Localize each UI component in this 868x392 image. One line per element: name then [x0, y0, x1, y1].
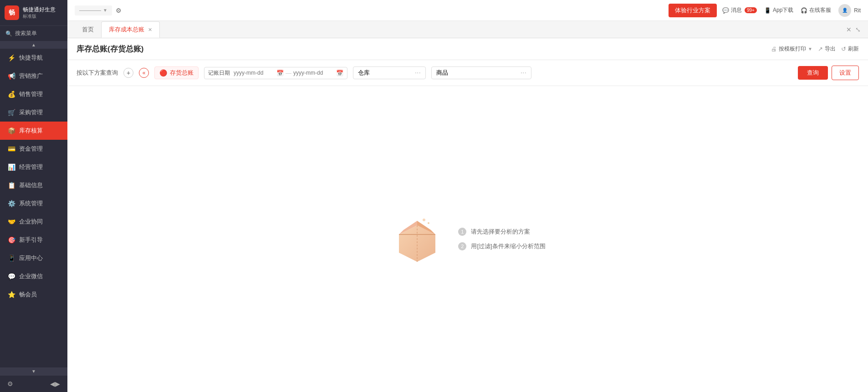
content-area: 库存总账(存货总账) 🖨 按模板打印 ▼ ↗ 导出 ↺ 刷新 按以下方案查询: [67, 38, 868, 392]
print-icon: 🖨: [771, 46, 777, 52]
warehouse-more-icon[interactable]: ···: [415, 69, 421, 77]
sidebar-item-operation[interactable]: 📊 经营管理: [0, 158, 67, 176]
warehouse-filter[interactable]: 仓库 ···: [353, 66, 426, 79]
main-panel: ———— ▼ ⚙ 体验行业方案 💬 消息 99+ 📱 App下载 🎧 在线客服 …: [67, 0, 868, 392]
empty-tip-2-text: 用[过滤]条件来缩小分析范围: [471, 242, 545, 250]
sidebar-item-system[interactable]: ⚙️ 系统管理: [0, 194, 67, 213]
export-icon: ↗: [818, 46, 823, 52]
empty-tip-2: 2 用[过滤]条件来缩小分析范围: [458, 242, 545, 250]
print-template-button[interactable]: 🖨 按模板打印 ▼: [771, 45, 812, 53]
guide-icon: 🎯: [7, 236, 15, 244]
app-download-action[interactable]: 📱 App下载: [764, 6, 793, 14]
app-logo: 畅 畅捷通好生意 标准版: [0, 0, 67, 26]
user-profile[interactable]: 👤 Rit: [838, 4, 861, 17]
sidebar-item-label: 资金管理: [19, 145, 43, 153]
panel-close-area: ✕ ⤡: [846, 26, 868, 33]
warehouse-label: 仓库: [358, 69, 370, 77]
online-service-action[interactable]: 🎧 在线客服: [801, 6, 831, 14]
sales-icon: 💰: [7, 91, 15, 98]
tab-inventory-cost-label: 库存成本总账: [109, 25, 144, 34]
print-dropdown-icon[interactable]: ▼: [808, 46, 812, 51]
calendar-start-icon[interactable]: 📅: [276, 70, 284, 76]
sidebar-search[interactable]: 🔍 搜索菜单: [0, 26, 67, 41]
wechat-icon: 💬: [7, 273, 15, 280]
scheme-icon: 🔴: [159, 69, 167, 76]
query-button[interactable]: 查询: [798, 66, 828, 80]
scroll-up-btn[interactable]: ▲: [0, 41, 67, 49]
date-label: 记账日期: [208, 69, 230, 77]
audio-icon[interactable]: ◀▶: [50, 380, 60, 387]
empty-tip-1-text: 请先选择要分析的方案: [471, 228, 530, 236]
page-actions: 🖨 按模板打印 ▼ ↗ 导出 ↺ 刷新: [771, 45, 859, 53]
username: Rit: [854, 7, 861, 14]
online-service-label: 在线客服: [809, 6, 831, 14]
avatar: 👤: [838, 4, 851, 17]
sidebar-nav: ⚡ 快捷导航 📢 营销推广 💰 销售管理 🛒 采购管理 📦 库存核算 💳 资金管…: [0, 49, 67, 367]
sidebar-item-sales[interactable]: 💰 销售管理: [0, 85, 67, 103]
sidebar-item-label: 快捷导航: [19, 54, 43, 62]
page-header: 库存总账(存货总账) 🖨 按模板打印 ▼ ↗ 导出 ↺ 刷新: [67, 38, 868, 60]
sidebar-item-app-center[interactable]: 📱 应用中心: [0, 249, 67, 267]
svg-point-6: [428, 222, 429, 224]
sidebar-item-marketing[interactable]: 📢 营销推广: [0, 67, 67, 85]
filter-scheme[interactable]: 🔴 存货总账: [154, 66, 199, 79]
sidebar-item-member[interactable]: ⭐ 畅会员: [0, 285, 67, 304]
user-selector[interactable]: ———— ▼: [75, 5, 112, 15]
app-name: 畅捷通好生意: [23, 6, 56, 14]
inventory-icon: 📦: [7, 127, 15, 134]
scheme-label: 存货总账: [170, 69, 194, 77]
date-end-input[interactable]: [293, 70, 334, 76]
sidebar-item-label: 系统管理: [19, 199, 43, 208]
empty-box-svg: [390, 212, 444, 266]
product-more-icon[interactable]: ···: [521, 69, 526, 77]
message-label: 消息: [731, 6, 742, 14]
empty-illustration: [390, 212, 444, 266]
calendar-end-icon[interactable]: 📅: [336, 70, 343, 76]
product-filter[interactable]: 商品 ···: [431, 66, 531, 79]
marketing-icon: 📢: [7, 72, 15, 80]
search-icon: 🔍: [5, 31, 12, 37]
sidebar-item-finance[interactable]: 💳 资金管理: [0, 140, 67, 158]
cooperation-icon: 🤝: [7, 218, 15, 225]
scroll-down-btn[interactable]: ▼: [0, 367, 67, 375]
logo-icon: 畅: [5, 5, 19, 20]
service-icon: 🎧: [801, 7, 807, 14]
member-icon: ⭐: [7, 291, 15, 298]
tab-close-icon[interactable]: ✕: [148, 27, 152, 33]
message-action[interactable]: 💬 消息 99+: [722, 6, 757, 14]
sidebar-item-guide[interactable]: 🎯 新手引导: [0, 231, 67, 249]
settings-button[interactable]: 设置: [832, 66, 859, 80]
panel-close-icon[interactable]: ✕: [846, 26, 852, 33]
message-icon: 💬: [722, 7, 729, 14]
sidebar-item-quick-nav[interactable]: ⚡ 快捷导航: [0, 49, 67, 67]
refresh-icon: ↺: [841, 46, 846, 52]
filter-add-button[interactable]: +: [123, 68, 133, 78]
tab-home[interactable]: 首页: [75, 22, 101, 37]
basic-icon: 📋: [7, 182, 15, 189]
panel-expand-icon[interactable]: ⤡: [855, 26, 861, 33]
trial-button[interactable]: 体验行业方案: [669, 4, 717, 17]
export-button[interactable]: ↗ 导出: [818, 45, 836, 53]
app-download-label: App下载: [773, 6, 793, 14]
page-title: 库存总账(存货总账): [77, 44, 143, 54]
sidebar-item-inventory[interactable]: 📦 库存核算: [0, 122, 67, 140]
tab-home-label: 首页: [82, 25, 94, 34]
date-range-input: 记账日期 📅 — 📅: [204, 67, 347, 79]
topbar-settings-icon[interactable]: ⚙: [116, 7, 122, 14]
sidebar-item-basic[interactable]: 📋 基础信息: [0, 176, 67, 194]
tab-inventory-cost[interactable]: 库存成本总账 ✕: [101, 21, 160, 38]
app-version: 标准版: [23, 13, 56, 20]
tabbar: 首页 库存成本总账 ✕ ✕ ⤡: [67, 21, 868, 38]
sidebar-item-label: 经营管理: [19, 163, 43, 171]
sidebar-item-wechat[interactable]: 💬 企业微信: [0, 267, 67, 285]
topbar: ———— ▼ ⚙ 体验行业方案 💬 消息 99+ 📱 App下载 🎧 在线客服 …: [67, 0, 868, 21]
sidebar-bottom: ⚙ ◀▶: [0, 375, 67, 392]
filter-collapse-button[interactable]: «: [139, 68, 149, 78]
filter-area: 按以下方案查询 + « 🔴 存货总账 记账日期 📅 — 📅 仓库 ··· 商品: [67, 60, 868, 86]
sidebar-item-label: 采购管理: [19, 108, 43, 117]
date-start-input[interactable]: [234, 70, 275, 76]
sidebar-item-cooperation[interactable]: 🤝 企业协同: [0, 213, 67, 231]
refresh-button[interactable]: ↺ 刷新: [841, 45, 859, 53]
sidebar-item-purchase[interactable]: 🛒 采购管理: [0, 103, 67, 122]
settings-icon[interactable]: ⚙: [7, 380, 13, 387]
